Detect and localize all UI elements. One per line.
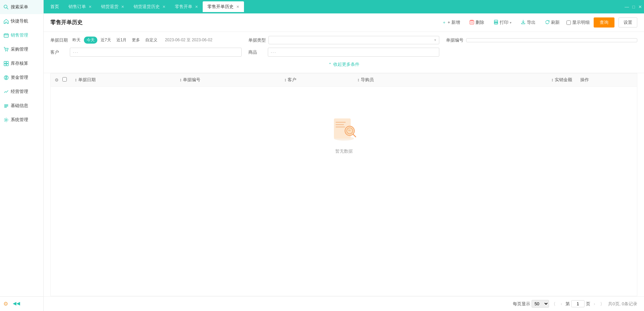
tab-close-icon[interactable]: ✕ bbox=[121, 5, 124, 9]
svg-point-13 bbox=[5, 119, 7, 120]
date-7days-btn[interactable]: 近7天 bbox=[99, 37, 113, 44]
per-page-selector: 每页显示 50 100 200 bbox=[513, 300, 549, 308]
page-input[interactable] bbox=[571, 300, 585, 307]
info-icon bbox=[3, 103, 9, 108]
sidebar-item-operations[interactable]: 经营管理 bbox=[0, 85, 43, 99]
date-range-display: 2023-06-02 至 2023-06-02 bbox=[165, 37, 212, 43]
first-page-btn[interactable]: ⟨ bbox=[552, 301, 557, 307]
refresh-icon bbox=[545, 20, 550, 25]
customer-input[interactable]: ··· bbox=[70, 48, 242, 57]
next-page-btn[interactable]: › bbox=[592, 301, 597, 307]
main-area: 首页 销售订单 ✕ 销货退货 ✕ 销货退货历史 ✕ 零售开单 ✕ 零售开单历史 … bbox=[44, 0, 644, 311]
header-date-label: ↕ 单据日期 bbox=[75, 77, 96, 82]
date-yesterday-btn[interactable]: 昨天 bbox=[70, 37, 83, 44]
date-custom-btn[interactable]: 自定义 bbox=[143, 37, 159, 44]
settings-bottom-icon[interactable]: ⚙ bbox=[3, 301, 8, 307]
collapse-button[interactable]: ⌃ 收起更多条件 bbox=[50, 60, 637, 69]
customer-label: 客户 bbox=[50, 49, 67, 55]
date-quick-group: 昨天 今天 近7天 近1月 更多 自定义 bbox=[70, 37, 159, 44]
window-maximize-btn[interactable]: □ bbox=[632, 4, 635, 9]
display-detail-toggle[interactable]: 显示明细 bbox=[566, 19, 590, 25]
sidebar-item-label: 快捷导航 bbox=[11, 18, 28, 24]
inventory-icon bbox=[3, 61, 9, 66]
select-all-checkbox[interactable] bbox=[62, 77, 67, 82]
filter-row-1: 单据日期 昨天 今天 近7天 近1月 更多 自定义 2023-06-02 至 2… bbox=[50, 36, 637, 44]
date-more-btn[interactable]: 更多 bbox=[130, 37, 142, 44]
print-label: 打印 bbox=[500, 19, 508, 25]
docno-input[interactable] bbox=[466, 38, 637, 42]
display-detail-checkbox[interactable] bbox=[566, 20, 571, 25]
refresh-button[interactable]: 刷新 bbox=[542, 18, 562, 27]
per-page-select[interactable]: 50 100 200 bbox=[532, 300, 549, 308]
page-suffix: 页 bbox=[586, 301, 590, 307]
tab-bar: 首页 销售订单 ✕ 销货退货 ✕ 销货退货历史 ✕ 零售开单 ✕ 零售开单历史 … bbox=[44, 0, 644, 13]
print-dropdown-icon[interactable]: ▾ bbox=[510, 21, 511, 24]
export-button[interactable]: 导出 bbox=[518, 18, 538, 27]
home-icon bbox=[3, 18, 9, 24]
prev-page-btn[interactable]: ‹ bbox=[559, 301, 564, 307]
tab-label: 销货退货 bbox=[101, 4, 118, 10]
svg-rect-10 bbox=[4, 104, 8, 105]
date-label: 单据日期 bbox=[50, 37, 68, 43]
tab-home[interactable]: 首页 bbox=[46, 1, 64, 12]
print-button[interactable]: 打印 ▾ bbox=[491, 18, 514, 27]
doctype-label: 单据类型 bbox=[248, 37, 266, 43]
tab-label: 销货退货历史 bbox=[134, 4, 160, 10]
sidebar-item-basic-info[interactable]: 基础信息 bbox=[0, 99, 43, 113]
tab-sales-return[interactable]: 销货退货 ✕ bbox=[96, 1, 129, 12]
date-1month-btn[interactable]: 近1月 bbox=[114, 37, 129, 44]
sidebar-item-sales[interactable]: 销售管理 bbox=[0, 28, 43, 42]
sidebar-item-system[interactable]: 系统管理 bbox=[0, 113, 43, 127]
tab-sales-order[interactable]: 销售订单 ✕ bbox=[64, 1, 96, 12]
last-page-btn[interactable]: ⟩ bbox=[598, 301, 604, 307]
header-docno-label: ↕ 单据编号 bbox=[180, 77, 200, 82]
sidebar-item-label: 库存核算 bbox=[11, 60, 28, 66]
add-label: + 新增 bbox=[448, 19, 460, 25]
sidebar-search-label: 搜索采单 bbox=[11, 4, 28, 10]
sidebar-item-inventory[interactable]: 库存核算 bbox=[0, 56, 43, 70]
query-button[interactable]: 查询 bbox=[594, 17, 614, 28]
page-header: 零售开单历史 ＋ + 新增 删除 打印 ▾ bbox=[44, 13, 644, 32]
header-salesperson: ↕ 导购员 bbox=[353, 73, 442, 87]
window-minimize-btn[interactable]: — bbox=[625, 4, 629, 9]
print-icon bbox=[494, 20, 498, 25]
sidebar-item-purchase[interactable]: 采购管理 bbox=[0, 42, 43, 56]
doctype-select[interactable]: ▾ bbox=[268, 36, 440, 44]
tab-close-icon[interactable]: ✕ bbox=[89, 5, 92, 9]
display-detail-label: 显示明细 bbox=[572, 19, 590, 25]
tab-close-icon[interactable]: ✕ bbox=[162, 5, 165, 9]
sidebar-bottom: ⚙ ◀◀ bbox=[0, 296, 43, 311]
header-amount: ↕ 实销金额 bbox=[472, 73, 576, 87]
tab-label: 零售开单 bbox=[175, 4, 192, 10]
sales-icon bbox=[3, 33, 9, 38]
svg-line-1 bbox=[7, 8, 8, 9]
tab-sales-return-history[interactable]: 销货退货历史 ✕ bbox=[129, 1, 170, 12]
gear-button[interactable]: ⚙ bbox=[55, 77, 59, 83]
sidebar-search[interactable]: 搜索采单 bbox=[0, 0, 43, 14]
tab-close-icon[interactable]: ✕ bbox=[195, 5, 198, 9]
sidebar-item-finance[interactable]: 资金管理 bbox=[0, 70, 43, 85]
header-ops: 操作 bbox=[576, 73, 637, 87]
sidebar-item-label: 销售管理 bbox=[11, 32, 28, 38]
window-close-btn[interactable]: ✕ bbox=[638, 4, 642, 9]
filter-date-item: 单据日期 昨天 今天 近7天 近1月 更多 自定义 2023-06-02 至 2… bbox=[50, 37, 242, 44]
tab-retail-open-history[interactable]: 零售开单历史 ✕ bbox=[203, 1, 244, 12]
sidebar-item-quick-nav[interactable]: 快捷导航 bbox=[0, 14, 43, 28]
delete-button[interactable]: 删除 bbox=[467, 18, 487, 27]
date-today-btn[interactable]: 今天 bbox=[84, 37, 97, 44]
setting-button[interactable]: 设置 bbox=[618, 17, 637, 28]
svg-rect-7 bbox=[4, 64, 6, 66]
svg-rect-12 bbox=[4, 107, 7, 107]
delete-label: 删除 bbox=[476, 19, 484, 25]
filter-row-2: 客户 ··· 商品 ··· bbox=[50, 48, 637, 57]
tab-retail-open[interactable]: 零售开单 ✕ bbox=[170, 1, 203, 12]
finance-icon bbox=[3, 75, 9, 80]
content-area: 零售开单历史 ＋ + 新增 删除 打印 ▾ bbox=[44, 13, 644, 311]
tab-close-icon[interactable]: ✕ bbox=[236, 5, 239, 9]
svg-rect-2 bbox=[4, 34, 8, 37]
total-text: 共0页, 0条记录 bbox=[608, 301, 637, 307]
tab-bar-right: — □ ✕ bbox=[625, 4, 642, 9]
collapse-icon[interactable]: ◀◀ bbox=[13, 301, 20, 307]
add-button[interactable]: ＋ + 新增 bbox=[439, 18, 463, 27]
goods-input[interactable]: ··· bbox=[268, 48, 440, 57]
